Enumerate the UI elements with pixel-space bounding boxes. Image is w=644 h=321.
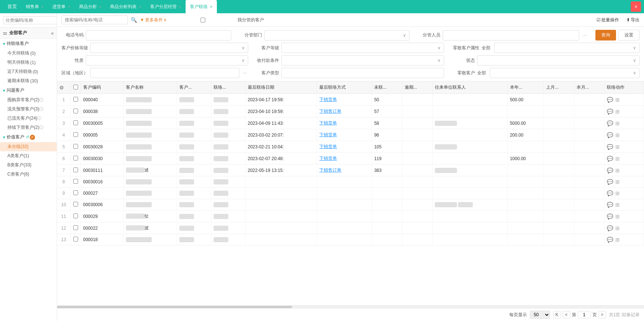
sidebar-item-churn-warning[interactable]: 流失预警客户(3) ⓘ	[0, 105, 57, 114]
message-icon[interactable]: 💬	[607, 237, 613, 243]
reset-button[interactable]: 设置	[618, 30, 640, 40]
contact-method-link[interactable]: 下销货单	[319, 97, 337, 102]
price-level-select[interactable]: ∨	[90, 43, 248, 53]
select-all-checkbox[interactable]	[73, 85, 78, 89]
customer-level-select[interactable]: ∨	[281, 43, 444, 53]
sidebar-item-class-b[interactable]: B类客户(33)	[0, 160, 57, 170]
my-customers-checkbox[interactable]: 我分管的客户	[170, 17, 264, 23]
message-icon[interactable]: 💬	[607, 179, 613, 185]
category-search-input[interactable]	[3, 16, 57, 24]
sidebar-item-churned[interactable]: 已流失客户(24) ⓘ	[0, 114, 57, 123]
tab-product-analysis-list[interactable]: 商品分析列表 ×	[106, 0, 145, 13]
sidebar-item-class-a[interactable]: A类客户(1)	[0, 151, 57, 160]
close-customer-segment-icon[interactable]: ×	[179, 4, 181, 9]
message-icon[interactable]: 💬	[607, 167, 613, 173]
next-page-button[interactable]: >	[598, 311, 606, 318]
grid-action-icon[interactable]: ⊞	[615, 144, 620, 150]
sidebar-collapse-icon[interactable]: «	[51, 30, 54, 36]
sidebar-item-7days-contact[interactable]: 近7天待联络(0)	[0, 67, 57, 76]
first-page-button[interactable]: K	[553, 311, 561, 318]
payment-select[interactable]: ∨	[281, 55, 444, 66]
batch-ops-button[interactable]: ☑ 批量操作	[597, 17, 619, 23]
message-icon[interactable]: 💬	[607, 132, 613, 138]
sidebar-item-today-contact[interactable]: 今天待联络(0)	[0, 49, 57, 58]
query-button[interactable]: 查询	[595, 30, 616, 40]
staff-dots-button[interactable]: ···	[581, 33, 588, 38]
sidebar-item-tomorrow-contact[interactable]: 明天待联络(1)	[0, 58, 57, 67]
window-close-button[interactable]: ×	[631, 1, 641, 12]
gender-select[interactable]: ∨	[86, 55, 248, 66]
row-checkbox[interactable]	[73, 214, 78, 218]
grid-action-icon[interactable]: ⊞	[615, 109, 620, 114]
search-input[interactable]	[61, 15, 128, 24]
sidebar-item-ungrouped[interactable]: 未分组(32)	[0, 142, 57, 151]
grid-action-icon[interactable]: ⊞	[615, 237, 620, 243]
row-checkbox[interactable]	[73, 179, 78, 184]
region-dots-button[interactable]: ···	[242, 70, 248, 75]
contact-method-link[interactable]: 下销售订单	[319, 109, 341, 114]
grid-action-icon[interactable]: ⊞	[615, 190, 620, 196]
sidebar-item-abnormal[interactable]: 囤购异常客户(2) ⓘ	[0, 95, 57, 105]
page-size-select[interactable]: 50 100 200	[530, 311, 550, 319]
close-customer-contact-icon[interactable]: ×	[210, 4, 212, 9]
phone-input[interactable]	[86, 30, 231, 40]
search-button[interactable]: 🔍	[131, 17, 137, 23]
more-conditions-button[interactable]: ▼ 更多条件 ∧	[140, 17, 167, 23]
grid-action-icon[interactable]: ⊞	[615, 120, 620, 126]
export-button[interactable]: ⬆ 导出	[626, 17, 640, 23]
prev-page-button[interactable]: <	[563, 311, 570, 318]
page-number-input[interactable]	[578, 311, 591, 318]
message-icon[interactable]: 💬	[607, 190, 613, 196]
customer-type-select[interactable]	[281, 68, 444, 78]
message-icon[interactable]: 💬	[607, 120, 613, 126]
message-icon[interactable]: 💬	[607, 97, 613, 103]
scrollbar-thumb[interactable]	[57, 306, 292, 308]
message-icon[interactable]: 💬	[607, 214, 613, 219]
pending-contact-group[interactable]: ▾ 待联络客户	[0, 39, 57, 49]
grid-action-icon[interactable]: ⊞	[615, 179, 620, 185]
sidebar-item-overdue-contact[interactable]: 逾期未联络(30)	[0, 76, 57, 85]
row-checkbox[interactable]	[73, 202, 78, 207]
refresh-icon[interactable]: ↺	[26, 135, 29, 140]
region-input[interactable]	[90, 68, 239, 78]
staff-input[interactable]	[443, 30, 579, 40]
status-select[interactable]: ∨	[477, 55, 640, 66]
message-icon[interactable]: 💬	[607, 156, 613, 162]
message-icon[interactable]: 💬	[607, 144, 613, 150]
close-sales-order-icon[interactable]: ×	[41, 4, 43, 9]
tab-customer-segment[interactable]: 客户分层经营 ×	[146, 0, 186, 13]
contact-method-link[interactable]: 下销售订单	[319, 167, 341, 173]
sidebar-item-declining[interactable]: 持续下滑客户(2) ⓘ	[0, 123, 57, 132]
row-checkbox[interactable]	[73, 109, 78, 113]
row-checkbox[interactable]	[73, 225, 78, 230]
row-checkbox[interactable]	[73, 167, 78, 172]
row-checkbox[interactable]	[73, 156, 78, 160]
grid-action-icon[interactable]: ⊞	[615, 132, 620, 138]
grid-action-icon[interactable]: ⊞	[615, 167, 620, 173]
dept-select[interactable]: ∨	[264, 30, 410, 40]
close-product-analysis-icon[interactable]: ×	[99, 4, 101, 9]
tab-purchase-order[interactable]: 进货单 ×	[48, 0, 74, 13]
grid-action-icon[interactable]: ⊞	[615, 97, 620, 103]
row-checkbox[interactable]	[73, 132, 78, 137]
grid-action-icon[interactable]: ⊞	[615, 225, 620, 231]
retail-customer-select[interactable]: ∨	[490, 68, 640, 78]
grid-action-icon[interactable]: ⊞	[615, 156, 620, 162]
close-purchase-order-icon[interactable]: ×	[68, 4, 70, 9]
contact-method-link[interactable]: 下销货单	[319, 156, 337, 161]
close-product-analysis-list-icon[interactable]: ×	[139, 4, 141, 9]
tab-customer-contact[interactable]: 客户联络 ×	[186, 0, 217, 13]
row-checkbox[interactable]	[73, 120, 78, 125]
settings-gear-icon[interactable]: ⚙	[59, 85, 64, 91]
row-checkbox[interactable]	[73, 144, 78, 149]
contact-method-link[interactable]: 下销货单	[319, 132, 337, 137]
horizontal-scrollbar[interactable]	[57, 305, 644, 308]
row-checkbox[interactable]	[73, 237, 78, 241]
tab-sales-order[interactable]: 销售单 ×	[21, 0, 48, 13]
value-customer-group[interactable]: ▾ 价值客户 ↺ F	[0, 132, 57, 142]
message-icon[interactable]: 💬	[607, 225, 613, 231]
message-icon[interactable]: 💬	[607, 109, 613, 114]
row-checkbox[interactable]	[73, 190, 78, 195]
tab-product-analysis[interactable]: 商品分析 ×	[75, 0, 106, 13]
message-icon[interactable]: 💬	[607, 202, 613, 208]
